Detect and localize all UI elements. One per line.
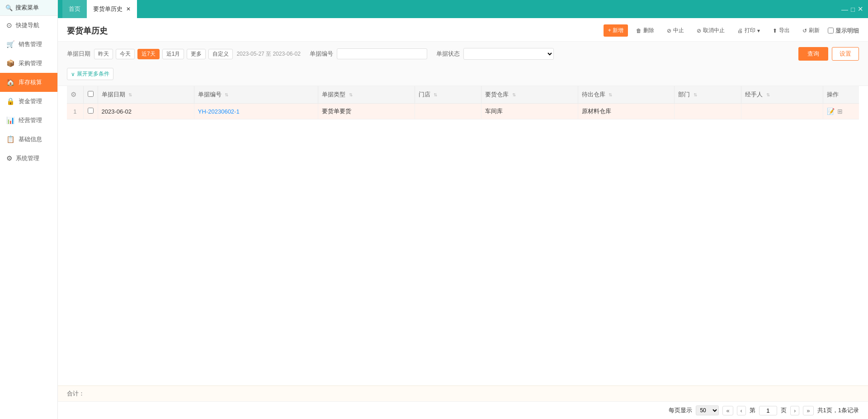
sidebar-item-quick-nav[interactable]: ⊙ 快捷导航 (0, 16, 57, 35)
row-doc-type: 要货单要货 (318, 104, 415, 119)
sidebar-item-purchase[interactable]: 📦 采购管理 (0, 54, 57, 73)
sidebar-item-basic-info[interactable]: 📋 基础信息 (0, 130, 57, 149)
col-store-label: 门店 (419, 91, 430, 98)
date-btn-yesterday[interactable]: 昨天 (94, 49, 113, 59)
table-header-row: ⚙ 单据日期 ⇅ 单据编号 ⇅ (67, 86, 859, 104)
table-header: ⚙ 单据日期 ⇅ 单据编号 ⇅ (67, 86, 859, 104)
page-header: 要货单历史 + 新增 🗑 删除 ⊘ 中止 ⊘ 取消中止 🖨 打印 (58, 18, 868, 42)
row-checkbox[interactable] (88, 108, 94, 114)
new-button[interactable]: + 新增 (604, 24, 628, 37)
dept-sort-icon[interactable]: ⇅ (693, 92, 697, 97)
sidebar-search[interactable]: 🔍 搜索菜单 (0, 0, 57, 16)
next-page-button[interactable]: › (790, 406, 799, 415)
delete-button[interactable]: 🗑 删除 (632, 24, 659, 37)
window-maximize-icon[interactable]: □ (851, 5, 855, 13)
quick-nav-icon: ⊙ (6, 21, 12, 29)
prev-page-button[interactable]: ‹ (737, 406, 746, 415)
col-doc-type-label: 单据类型 (322, 91, 345, 98)
display-detail-checkbox[interactable] (828, 28, 834, 33)
summary-bar: 合计： (58, 386, 868, 401)
sidebar-item-finance[interactable]: 🔒 资金管理 (0, 92, 57, 111)
sidebar-item-inventory[interactable]: 🏠 库存核算 (0, 73, 57, 92)
expand-label: 展开更多条件 (77, 70, 109, 78)
sidebar-item-system[interactable]: ⚙ 系统管理 (0, 149, 57, 168)
date-btn-custom[interactable]: 自定义 (208, 49, 233, 59)
page-number-input[interactable] (759, 406, 777, 415)
col-settings[interactable]: ⚙ (67, 86, 83, 104)
sidebar-item-label: 系统管理 (16, 154, 39, 162)
col-pending-warehouse-label: 待出仓库 (582, 91, 605, 98)
last-page-button[interactable]: » (803, 406, 813, 415)
first-page-button[interactable]: « (722, 406, 733, 415)
handler-sort-icon[interactable]: ⇅ (766, 92, 770, 97)
sidebar-item-operations[interactable]: 📊 经营管理 (0, 111, 57, 130)
expand-icon: ∨ (71, 71, 75, 77)
refresh-icon: ↺ (802, 28, 807, 34)
sidebar-search-label: 搜索菜单 (15, 4, 39, 12)
col-actions: 操作 (823, 86, 859, 104)
date-btn-7days[interactable]: 近7天 (137, 49, 160, 59)
window-close-icon[interactable]: ✕ (858, 5, 863, 13)
stop-button[interactable]: ⊘ 中止 (662, 24, 689, 37)
toolbar: + 新增 🗑 删除 ⊘ 中止 ⊘ 取消中止 🖨 打印 ▾ (604, 24, 859, 37)
window-minimize-icon[interactable]: — (841, 5, 848, 13)
table-container: ⚙ 单据日期 ⇅ 单据编号 ⇅ (58, 86, 868, 386)
req-warehouse-sort-icon[interactable]: ⇅ (512, 92, 516, 97)
basic-info-icon: 📋 (6, 135, 15, 143)
display-detail-label: 显示明细 (835, 27, 859, 35)
inventory-icon: 🏠 (6, 78, 15, 86)
date-btn-1month[interactable]: 近1月 (162, 49, 184, 59)
date-btn-more[interactable]: 更多 (187, 49, 206, 59)
display-detail-toggle[interactable]: 显示明细 (828, 27, 859, 35)
row-pending-warehouse: 原材料仓库 (578, 104, 674, 119)
table-row[interactable]: 1 2023-06-02 YH-20230602-1 要货单要货 车间库 原材料… (67, 104, 859, 119)
status-select[interactable] (463, 48, 554, 60)
doc-num-sort-icon[interactable]: ⇅ (225, 92, 228, 97)
per-page-select[interactable]: 20 50 100 (696, 405, 719, 415)
col-dept: 部门 ⇅ (675, 86, 741, 104)
finance-icon: 🔒 (6, 97, 15, 105)
export-button[interactable]: ⬆ 导出 (768, 24, 794, 37)
content-area: 要货单历史 + 新增 🗑 删除 ⊘ 中止 ⊘ 取消中止 🖨 打印 (58, 18, 868, 419)
print-button[interactable]: 🖨 打印 ▾ (733, 24, 764, 37)
tab-home-label: 首页 (69, 5, 80, 13)
col-checkbox (83, 86, 98, 104)
cancel-stop-button[interactable]: ⊘ 取消中止 (692, 24, 729, 37)
pending-warehouse-sort-icon[interactable]: ⇅ (609, 92, 612, 97)
page-suffix: 页 (781, 406, 787, 414)
sidebar-item-sales[interactable]: 🛒 销售管理 (0, 35, 57, 54)
tab-requisition-history-label: 要货单历史 (93, 5, 123, 13)
doc-num-link[interactable]: YH-20230602-1 (198, 108, 240, 115)
store-sort-icon[interactable]: ⇅ (434, 92, 437, 97)
date-btn-today[interactable]: 今天 (116, 49, 135, 59)
cancel-stop-label: 取消中止 (703, 27, 725, 34)
export-icon: ⬆ (773, 28, 777, 34)
sidebar-item-label: 库存核算 (19, 78, 42, 86)
sidebar-item-label: 快捷导航 (16, 21, 39, 29)
row-req-warehouse: 车间库 (481, 104, 578, 119)
refresh-button[interactable]: ↺ 刷新 (798, 24, 824, 37)
col-doc-type: 单据类型 ⇅ (318, 86, 415, 104)
tab-home[interactable]: 首页 (62, 0, 87, 18)
date-sort-icon[interactable]: ⇅ (128, 92, 132, 97)
query-button[interactable]: 查询 (798, 47, 828, 61)
doc-num-input[interactable] (337, 48, 427, 59)
row-edit-icon[interactable]: 📝 (827, 108, 835, 115)
tab-requisition-history[interactable]: 要货单历史 ✕ (87, 0, 137, 18)
filter-action-buttons: 查询 设置 (798, 47, 859, 61)
select-all-checkbox[interactable] (88, 91, 94, 97)
filter-bar: 单据日期 昨天 今天 近7天 近1月 更多 自定义 2023-05-27 至 2… (58, 42, 868, 86)
row-dept (675, 104, 741, 119)
col-date: 单据日期 ⇅ (98, 86, 194, 104)
filter-settings-button[interactable]: 设置 (832, 47, 859, 61)
col-store: 门店 ⇅ (415, 86, 481, 104)
tab-close-icon[interactable]: ✕ (126, 6, 131, 12)
expand-more-conditions-button[interactable]: ∨ 展开更多条件 (67, 68, 113, 80)
doc-num-filter-group: 单据编号 (310, 48, 427, 59)
doc-type-sort-icon[interactable]: ⇅ (349, 92, 353, 97)
total-info: 共1页，1条记录 (817, 406, 859, 414)
col-settings-icon[interactable]: ⚙ (71, 90, 76, 98)
requisition-table: ⚙ 单据日期 ⇅ 单据编号 ⇅ (67, 86, 859, 119)
row-detail-icon[interactable]: ⊞ (837, 108, 843, 115)
summary-label: 合计： (67, 390, 85, 397)
